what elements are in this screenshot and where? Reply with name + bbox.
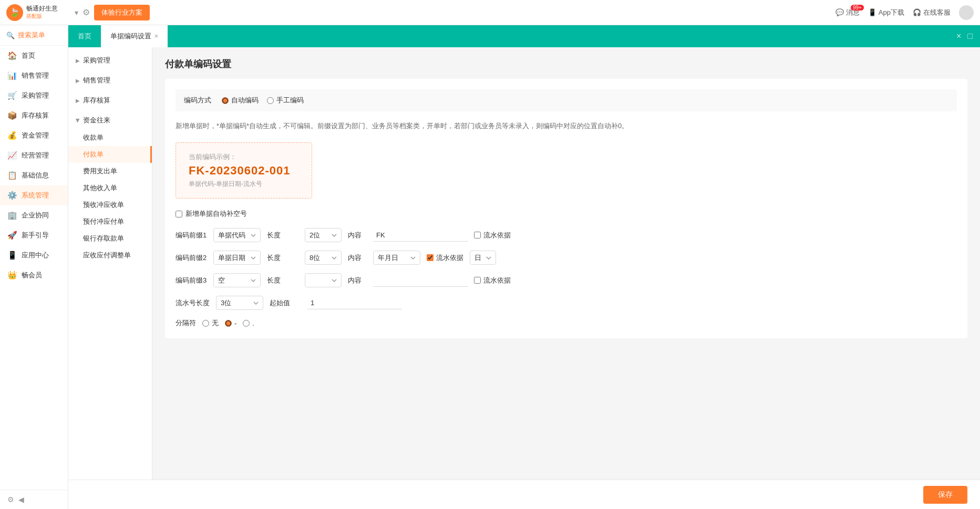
waterfall2-checkbox[interactable] [427,254,434,261]
preview-label: 当前编码示例： [189,152,299,162]
apps-icon: 📱 [7,251,17,260]
sidebar-item-sales[interactable]: 📊 销售管理 [0,66,68,86]
prefix1-label: 编码前缀1 [176,231,207,240]
tab-close-icon[interactable]: × [154,33,158,40]
prefix2-select[interactable]: 单据日期 [213,251,261,265]
sub-child-bank-deposit[interactable]: 银行存取款单 [68,230,152,247]
chevron-down-icon[interactable]: ▾ [75,8,78,17]
sidebar-item-system-label: 系统管理 [22,191,49,200]
content3-input[interactable] [373,274,468,287]
content-area: ▶ 采购管理 ▶ 销售管理 ▶ 库存核算 [68,47,980,480]
sidebar-item-enterprise-label: 企业协同 [22,211,49,220]
sub-header-funds-label: 资金往来 [83,116,110,125]
waterfall3-label: 流水依据 [483,276,511,285]
sidebar-item-inventory[interactable]: 📦 库存核算 [0,106,68,126]
auto-fill-checkbox[interactable] [176,211,182,217]
sidebar-item-home[interactable]: 🏠 首页 [0,46,68,66]
sep-none-radio[interactable]: 无 [202,318,219,328]
serial-length-select[interactable]: 3位 [216,296,263,310]
avatar[interactable] [959,5,974,20]
sidebar-search[interactable]: 🔍 搜索菜单 [0,25,68,46]
sep-dash-radio[interactable]: - [225,319,236,327]
sidebar: 🔍 搜索菜单 🏠 首页 📊 销售管理 🛒 采购管理 📦 库存核算 💰 资金管理 … [0,25,68,509]
app-download-item[interactable]: 📱 App下载 [868,8,904,17]
sidebar-item-member[interactable]: 👑 畅会员 [0,265,68,285]
serial-length-label: 流水号长度 [176,298,210,308]
tab-voucher-label: 单据编码设置 [110,32,151,41]
start-value-input[interactable] [307,297,402,309]
sidebar-item-apps[interactable]: 📱 应用中心 [0,245,68,265]
sub-header-funds[interactable]: ▶ 资金往来 [68,111,152,129]
sidebar-item-basic[interactable]: 📋 基础信息 [0,165,68,185]
config-row-prefix3: 编码前缀3 空 长度 内容 流水依据 [176,273,957,287]
waterfall3-wrap: 流水依据 [474,276,511,285]
length2-select[interactable]: 8位 [305,251,342,265]
sep-none-label: 无 [212,318,219,328]
length3-select[interactable] [305,273,342,287]
sidebar-item-purchase[interactable]: 🛒 采购管理 [0,86,68,106]
sales-icon: 📊 [7,71,17,80]
sidebar-item-guide[interactable]: 🚀 新手引导 [0,225,68,245]
sidebar-item-enterprise[interactable]: 🏢 企业协同 [0,205,68,225]
tab-home[interactable]: 首页 [68,25,101,47]
sub-child-other-income[interactable]: 其他收入单 [68,180,152,196]
length2-label: 长度 [267,253,298,263]
bottom-bar: 保存 [68,480,980,509]
sub-header-sales-label: 销售管理 [83,76,110,85]
message-badge: 99+ [851,5,864,11]
prefix1-select[interactable]: 单据代码 [213,228,261,242]
sub-header-inventory[interactable]: ▶ 库存核算 [68,91,152,109]
search-icon: 🔍 [6,32,15,39]
sub-child-prepaid-pay[interactable]: 预付冲应付单 [68,213,152,230]
message-item[interactable]: 💬 消息 99+ [835,8,860,17]
waterfall2-unit-select[interactable]: 日 [470,251,496,265]
length1-select[interactable]: 2位 [305,228,342,242]
sidebar-item-sales-label: 销售管理 [22,71,49,80]
manual-encode-radio[interactable]: 手工编码 [267,96,304,105]
sidebar-item-inventory-label: 库存核算 [22,111,49,120]
online-service-item[interactable]: 🎧 在线客服 [913,8,951,17]
page-main: 付款单编码设置 编码方式 自动编码 手工编码 [152,47,980,480]
prefix3-select[interactable]: 空 [213,273,261,287]
gear-icon[interactable]: ⚙ [82,7,90,17]
tab-close-btn[interactable]: × [954,29,963,43]
encode-mode-label: 编码方式 [184,96,211,105]
separator-row: 分隔符 无 - . [176,318,957,328]
content1-input[interactable] [373,229,468,242]
length3-label: 长度 [267,276,298,285]
sub-group-inventory: ▶ 库存核算 [68,91,152,109]
sub-child-receipt[interactable]: 收款单 [68,129,152,146]
settings-icon[interactable]: ⚙ [7,495,14,504]
config-row-prefix1: 编码前缀1 单据代码 长度 2位 内容 流水依据 [176,228,957,242]
sidebar-search-label: 搜索菜单 [18,30,45,40]
sub-group-sales: ▶ 销售管理 [68,71,152,89]
content3-label: 内容 [348,276,367,285]
start-value-label: 起始值 [270,298,301,308]
download-icon: 📱 [868,8,876,16]
sub-header-purchase[interactable]: ▶ 采购管理 [68,51,152,69]
sidebar-item-operations[interactable]: 📈 经营管理 [0,146,68,165]
sub-child-prepaid-recv[interactable]: 预收冲应收单 [68,196,152,213]
tab-bar: 首页 单据编码设置 × × □ [68,25,980,47]
waterfall1-checkbox[interactable] [474,232,481,238]
preview-desc: 单据代码-单据日期-流水号 [189,180,299,189]
waterfall3-checkbox[interactable] [474,277,481,284]
content2-select[interactable]: 年月日 [373,251,420,265]
auto-encode-radio[interactable]: 自动编码 [222,96,259,105]
topbar: 🍃 畅通好生意 搭配版 ▾ ⚙ 体验行业方案 💬 消息 99+ 📱 App下载 … [0,0,980,25]
collapse-icon[interactable]: ◀ [18,495,24,504]
tab-expand-btn[interactable]: □ [965,29,975,43]
separator-label: 分隔符 [176,318,196,328]
sep-dot-radio[interactable]: . [243,319,254,327]
sub-child-expense[interactable]: 费用支出单 [68,163,152,180]
sub-header-sales[interactable]: ▶ 销售管理 [68,71,152,89]
sub-child-payment[interactable]: 付款单 [68,146,152,163]
topbar-search-area: ▾ ⚙ 体验行业方案 [75,5,830,20]
tab-voucher-setting[interactable]: 单据编码设置 × [101,25,168,47]
sidebar-item-system[interactable]: ⚙️ 系统管理 [0,185,68,205]
sub-child-reconcile[interactable]: 应收应付调整单 [68,247,152,264]
save-button[interactable]: 保存 [923,486,967,504]
sidebar-item-finance[interactable]: 💰 资金管理 [0,126,68,146]
trial-button[interactable]: 体验行业方案 [94,5,150,20]
sidebar-footer: ⚙ ◀ [0,490,68,509]
